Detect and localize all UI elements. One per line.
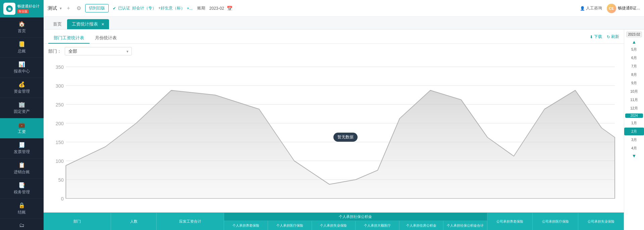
rp-month-12[interactable]: 12月 — [624, 104, 644, 112]
business-label: +好生意（标） — [158, 5, 185, 11]
refresh-button[interactable]: ↻ 刷新 — [607, 34, 619, 40]
topbar-settings-button[interactable]: ⚙ — [75, 5, 83, 11]
sidebar-item-label: 总账 — [18, 48, 26, 54]
sidebar-item-assets[interactable]: 🏢 固定资产 — [0, 98, 44, 118]
help-button[interactable]: 👤 人工咨询 — [580, 5, 602, 11]
sub-tab-monthly[interactable]: 月份统计表 — [90, 33, 122, 44]
th-company-pension: 公司承担养老保险 — [487, 213, 533, 230]
sidebar-item-home[interactable]: 🏠 首页 — [0, 17, 44, 38]
th-total-salary: 应发工资合计 — [157, 213, 224, 230]
dept-filter-label: 部门： — [48, 48, 61, 54]
calendar-icon[interactable]: 📅 — [227, 6, 232, 11]
table-header: 部门 人数 应发工资合计 个人承担社保公积金 个人承担养老保险 个人承担医疗保险… — [44, 213, 624, 230]
rp-month-1[interactable]: 1月 — [624, 119, 644, 127]
sidebar-item-label: 工资 — [18, 129, 26, 135]
sidebar-item-label: 进销台账 — [14, 169, 30, 175]
svg-text:300: 300 — [56, 83, 64, 89]
topbar: 测试 ▾ ＋ ⚙ 切到旧版 ✔ 已认证 好会计（专） +好生意（标） +... … — [44, 0, 644, 17]
topbar-title: 测试 — [48, 5, 57, 11]
svg-marker-18 — [66, 90, 615, 198]
tab-home[interactable]: 首页 — [48, 19, 66, 29]
dept-select-wrap: 全部 财务部 销售部 技术部 行政部 — [65, 47, 132, 55]
tab-home-label: 首页 — [53, 21, 62, 27]
topbar-add-button[interactable]: ＋ — [64, 5, 72, 12]
sidebar-item-tax[interactable]: 📑 税务管理 — [0, 179, 44, 199]
topbar-dropdown-arrow[interactable]: ▾ — [60, 6, 62, 11]
svg-text:250: 250 — [56, 102, 64, 107]
svg-text:200: 200 — [56, 121, 64, 126]
chart-and-table: 部门工资统计表 月份统计表 ⬇ 下载 ↻ 刷新 — [44, 30, 624, 230]
main: 测试 ▾ ＋ ⚙ 切到旧版 ✔ 已认证 好会计（专） +好生意（标） +... … — [44, 0, 644, 230]
sidebar-item-archive[interactable]: 🗂 归档管理 — [0, 219, 44, 230]
sidebar: 畅 畅捷通好会计 专业版 🏠 首页 📒 总账 📊 报表中心 💰 资金管理 🏢 固… — [0, 0, 44, 230]
chart-svg: 350 300 250 200 150 100 50 0 — [48, 62, 619, 213]
rp-month-4[interactable]: 4月 — [624, 144, 644, 152]
tab-close-button[interactable]: ✕ — [101, 22, 104, 26]
sidebar-item-label: 税务管理 — [14, 189, 30, 195]
chart-area: 350 300 250 200 150 100 50 0 — [44, 59, 624, 213]
sub-tab-monthly-label: 月份统计表 — [95, 35, 117, 40]
download-button[interactable]: ⬇ 下载 — [590, 34, 602, 40]
rp-down-button[interactable]: ▼ — [632, 153, 637, 158]
sidebar-item-payroll[interactable]: 💼 工资 — [0, 118, 44, 138]
archive-icon: 🗂 — [19, 222, 24, 228]
th-personal-big-medical: 个人承担大额医疗 — [356, 221, 399, 230]
sidebar-item-sales[interactable]: 📋 进销台账 — [0, 158, 44, 179]
rp-date-label: 2023.02 — [626, 32, 642, 37]
good-accounting-label: 好会计（专） — [132, 5, 156, 11]
help-label: 人工咨询 — [586, 5, 602, 11]
logo-icon: 畅 — [3, 3, 15, 15]
rp-month-11[interactable]: 11月 — [624, 96, 644, 104]
rp-month-2[interactable]: 2月 — [624, 128, 644, 135]
period-value: 2023-02 — [209, 6, 224, 11]
dept-select[interactable]: 全部 财务部 销售部 技术部 行政部 — [65, 47, 132, 55]
sub-tabs: 部门工资统计表 月份统计表 ⬇ 下载 ↻ 刷新 — [44, 30, 624, 44]
more-label: +... — [187, 6, 193, 11]
sub-tab-dept[interactable]: 部门工资统计表 — [48, 33, 90, 44]
sidebar-item-invoice[interactable]: 🧾 发票管理 — [0, 138, 44, 158]
th-group-cols: 个人承担养老保险 个人承担医疗保险 个人承担失业保险 个人承担大额医疗 个人承担… — [224, 221, 487, 230]
sub-tabs-left: 部门工资统计表 月份统计表 — [48, 33, 122, 43]
th-company-medical: 公司承担医疗保险 — [533, 213, 578, 230]
rp-month-5[interactable]: 5月 — [624, 46, 644, 53]
rp-up-button[interactable]: ▲ — [632, 39, 637, 45]
content-area: 部门工资统计表 月份统计表 ⬇ 下载 ↻ 刷新 — [44, 30, 644, 230]
certified-label: 已认证 — [118, 5, 130, 11]
svg-text:50: 50 — [58, 177, 64, 183]
sidebar-nav: 🏠 首页 📒 总账 📊 报表中心 💰 资金管理 🏢 固定资产 💼 工资 🧾 发票… — [0, 17, 44, 230]
topbar-right: 👤 人工咨询 CE 畅捷通B证... — [580, 4, 640, 13]
rp-month-9[interactable]: 9月 — [624, 79, 644, 87]
sidebar-item-label: 发票管理 — [14, 149, 30, 155]
th-personal-housing: 个人承担住房公积金 — [399, 221, 443, 230]
home-icon: 🏠 — [18, 21, 25, 27]
sidebar-item-label: 首页 — [18, 28, 26, 34]
th-count: 人数 — [111, 213, 157, 230]
sidebar-item-close[interactable]: 🔒 结账 — [0, 199, 44, 219]
sidebar-item-reports[interactable]: 📊 报表中心 — [0, 58, 44, 78]
sidebar-item-ledger[interactable]: 📒 总账 — [0, 38, 44, 58]
download-icon: ⬇ — [590, 35, 593, 39]
certified-icon: ✔ — [113, 6, 116, 11]
svg-text:0: 0 — [61, 196, 64, 201]
sub-tabs-right: ⬇ 下载 ↻ 刷新 — [590, 34, 619, 42]
switch-to-old-button[interactable]: 切到旧版 — [85, 4, 109, 12]
svg-text:畅: 畅 — [8, 7, 11, 11]
rp-month-6[interactable]: 6月 — [624, 54, 644, 62]
rp-month-7[interactable]: 7月 — [624, 62, 644, 70]
help-icon: 👤 — [580, 6, 585, 11]
user-name: 畅捷通B证... — [618, 5, 640, 11]
topbar-status: ✔ 已认证 好会计（专） +好生意（标） +... — [113, 5, 193, 11]
tax-icon: 📑 — [18, 182, 25, 188]
tab-payroll-stats[interactable]: 工资统计报表 ✕ — [67, 19, 109, 29]
user-menu[interactable]: CE 畅捷通B证... — [607, 4, 640, 13]
sidebar-item-label: 结账 — [18, 210, 26, 215]
rp-month-3[interactable]: 3月 — [624, 136, 644, 144]
sidebar-item-funds[interactable]: 💰 资金管理 — [0, 78, 44, 98]
refresh-icon: ↻ — [607, 35, 610, 39]
right-panel: 2023.02 ▲ 5月 6月 7月 8月 9月 10月 11月 12月 202… — [624, 30, 644, 230]
th-dept: 部门 — [44, 213, 111, 230]
filter-row: 部门： 全部 财务部 销售部 技术部 行政部 — [44, 44, 624, 59]
rp-month-10[interactable]: 10月 — [624, 88, 644, 95]
assets-icon: 🏢 — [18, 101, 25, 108]
rp-month-8[interactable]: 8月 — [624, 71, 644, 79]
